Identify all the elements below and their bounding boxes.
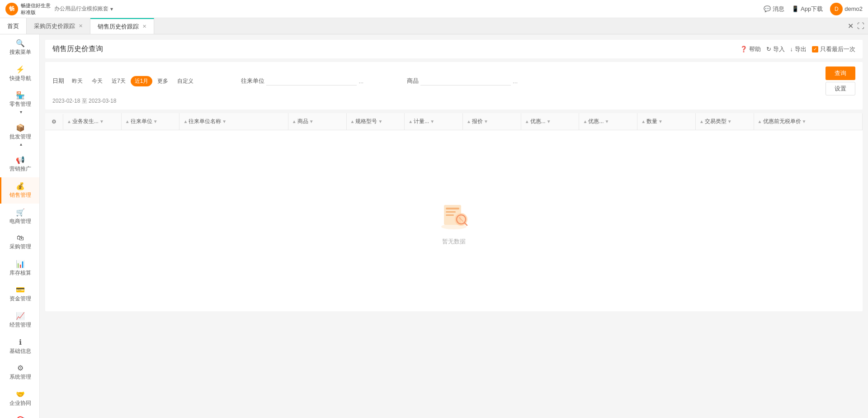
col-settings[interactable]: ⚙	[45, 114, 63, 129]
sort-up-2-icon: ▲	[125, 119, 130, 124]
date-label: 日期	[52, 77, 64, 85]
goods-filter-group: 商品 ...	[407, 76, 518, 86]
sidebar-item-ecommerce[interactable]: 🛒 电商管理	[0, 204, 39, 230]
sort-down-icon: ▼	[99, 119, 104, 124]
logo-area: 畅 畅捷信好生意 标准版	[5, 2, 51, 15]
sort-up-icon: ▲	[67, 119, 71, 124]
sidebar-item-guide[interactable]: 🎯 新手引导	[0, 411, 39, 418]
retail-arrow-icon: ▾	[20, 109, 22, 114]
partner-input[interactable]	[266, 76, 357, 86]
operations-icon: 📈	[16, 312, 25, 320]
col-unit[interactable]: ▲ 计量... ▼	[405, 113, 463, 130]
sidebar-item-inventory[interactable]: 📊 库存核算	[0, 255, 39, 281]
sidebar-item-wholesale[interactable]: 📦 批发管理 ▴	[0, 119, 39, 152]
date-btn-today[interactable]: 今天	[88, 76, 107, 86]
export-button[interactable]: ↓ 导出	[790, 45, 807, 53]
sidebar-item-quick-nav[interactable]: ⚡ 快捷导航	[0, 61, 39, 87]
date-btn-more[interactable]: 更多	[153, 76, 172, 86]
sort-down-6-icon: ▼	[430, 119, 434, 124]
col-quoted-price[interactable]: ▲ 报价 ▼	[463, 113, 521, 130]
page-content: 销售历史价查询 ❓ 帮助 ↻ 导入 ↓ 导出 ✓	[40, 34, 868, 418]
checkbox-icon: ✓	[812, 46, 818, 52]
sort-up-4-icon: ▲	[292, 119, 297, 124]
tab-actions: ✕ ⛶	[844, 18, 868, 34]
tab-purchase-close[interactable]: ✕	[79, 23, 83, 29]
sort-down-10-icon: ▼	[658, 119, 663, 124]
sort-down-3-icon: ▼	[222, 119, 226, 124]
date-btn-yesterday[interactable]: 昨天	[68, 76, 87, 86]
sort-up-9-icon: ▲	[583, 119, 587, 124]
avatar: D	[830, 3, 843, 15]
app-download-button[interactable]: 📱 App下载	[792, 5, 823, 13]
tab-home[interactable]: 首页	[0, 18, 27, 34]
sidebar-item-marketing[interactable]: 📢 营销推广	[0, 151, 39, 177]
tab-sales-close[interactable]: ✕	[142, 24, 146, 29]
column-settings-icon[interactable]: ⚙	[52, 119, 57, 125]
logo-icon: 畅	[5, 3, 18, 15]
date-button-group: 昨天 今天 近7天 近1月 更多 自定义	[68, 76, 198, 86]
sidebar-item-search[interactable]: 🔍 搜索菜单	[0, 34, 39, 61]
wholesale-icon: 📦	[16, 124, 25, 132]
page-title: 销售历史价查询	[52, 44, 103, 54]
empty-icon	[436, 196, 472, 232]
marketing-icon: 📢	[16, 156, 25, 164]
sort-down-7-icon: ▼	[484, 119, 488, 124]
sidebar-item-finance[interactable]: 💳 资金管理	[0, 281, 39, 307]
system-icon: ⚙	[17, 364, 24, 372]
col-pretax-price[interactable]: ▲ 优惠前无税单价 ▼	[754, 113, 863, 130]
download-icon: 📱	[792, 5, 799, 12]
col-trade-type[interactable]: ▲ 交易类型 ▼	[696, 113, 754, 130]
col-goods[interactable]: ▲ 商品 ▼	[288, 113, 347, 130]
sort-down-4-icon: ▼	[309, 119, 314, 124]
sidebar-item-basic-info[interactable]: ℹ 基础信息	[0, 333, 39, 360]
col-discount1[interactable]: ▲ 优惠... ▼	[521, 113, 580, 130]
settings-button[interactable]: 设置	[826, 82, 855, 95]
sort-up-8-icon: ▲	[525, 119, 529, 124]
sort-up-10-icon: ▲	[641, 119, 646, 124]
purchase-icon: 🛍	[17, 234, 24, 242]
wholesale-arrow-icon: ▴	[20, 142, 22, 147]
query-button[interactable]: 查询	[826, 66, 855, 80]
sort-up-6-icon: ▲	[408, 119, 413, 124]
col-spec[interactable]: ▲ 规格型号 ▼	[347, 113, 405, 130]
filter-row: 日期 昨天 今天 近7天 近1月 更多 自定义 往来单位	[52, 66, 855, 95]
date-btn-1month[interactable]: 近1月	[131, 76, 153, 86]
user-menu[interactable]: D demo2	[830, 3, 863, 15]
col-partner-code[interactable]: ▲ 往来单位 ▼	[122, 113, 180, 130]
date-btn-custom[interactable]: 自定义	[173, 76, 198, 86]
sort-up-3-icon: ▲	[183, 119, 188, 124]
main-layout: 🔍 搜索菜单 ⚡ 快捷导航 🏪 零售管理 ▾ 📦 批发管理 ▴ 📢 营销推广 💰…	[0, 34, 868, 418]
sidebar-item-enterprise[interactable]: 🤝 企业协同	[0, 385, 39, 412]
sidebar-item-system[interactable]: ⚙ 系统管理	[0, 359, 39, 385]
col-partner-name[interactable]: ▲ 往来单位名称 ▼	[179, 113, 288, 130]
partner-label: 往来单位	[241, 77, 264, 85]
sort-up-12-icon: ▲	[758, 119, 762, 124]
dropdown-arrow-icon: ▾	[110, 6, 113, 12]
sidebar-item-sales[interactable]: 💰 销售管理	[0, 177, 39, 204]
only-last-checkbox[interactable]: ✓ 只看最后一次	[812, 45, 855, 53]
goods-dots: ...	[513, 78, 518, 85]
messages-button[interactable]: 💬 消息	[764, 5, 784, 13]
sidebar-item-operations[interactable]: 📈 经营管理	[0, 307, 39, 333]
tab-home-label: 首页	[7, 22, 19, 30]
svg-rect-2	[446, 208, 459, 209]
import-button[interactable]: ↻ 导入	[766, 45, 785, 53]
sort-down-12-icon: ▼	[802, 119, 807, 124]
help-button[interactable]: ❓ 帮助	[740, 45, 761, 53]
tab-purchase-history[interactable]: 采购历史价跟踪 ✕	[27, 18, 90, 34]
sidebar-item-purchase[interactable]: 🛍 采购管理	[0, 229, 39, 255]
col-quantity[interactable]: ▲ 数量 ▼	[637, 113, 696, 130]
col-discount2[interactable]: ▲ 优惠... ▼	[579, 113, 637, 130]
retail-icon: 🏪	[16, 91, 25, 100]
tab-sales-history[interactable]: 销售历史价跟踪 ✕	[90, 18, 154, 34]
app-selector[interactable]: 办公用品行业模拟账套 ▾	[54, 5, 113, 13]
sort-down-2-icon: ▼	[153, 119, 158, 124]
sidebar-item-retail[interactable]: 🏪 零售管理 ▾	[0, 86, 39, 119]
table-header: ⚙ ▲ 业务发生... ▼ ▲ 往来单位 ▼ ▲ 往来单位名称	[45, 113, 863, 130]
goods-input[interactable]	[420, 76, 511, 86]
maximize-button[interactable]: ⛶	[857, 22, 864, 30]
date-range-display: 2023-02-18 至 2023-03-18	[52, 97, 855, 105]
close-all-tabs-button[interactable]: ✕	[848, 22, 854, 30]
col-date[interactable]: ▲ 业务发生... ▼	[63, 113, 122, 130]
date-btn-7days[interactable]: 近7天	[108, 76, 130, 86]
